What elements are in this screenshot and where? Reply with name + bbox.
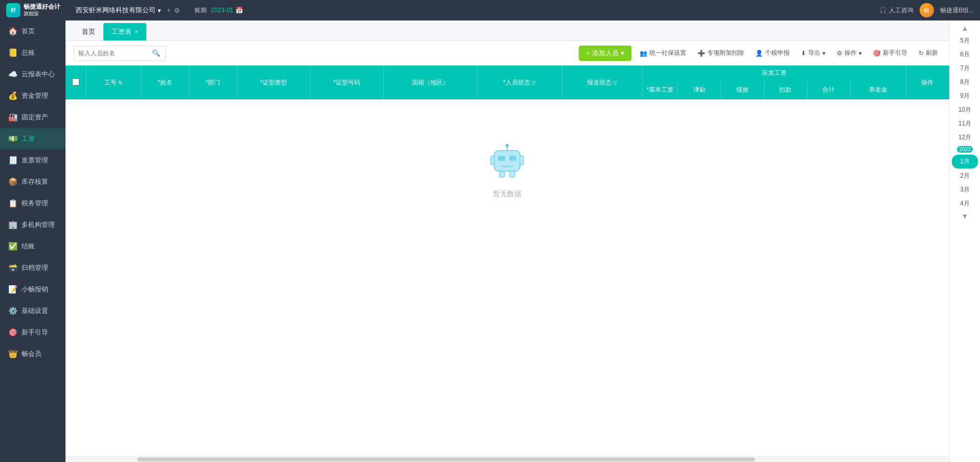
- empty-row: 暂无数据: [66, 99, 949, 240]
- tax-icon: 👤: [755, 50, 763, 57]
- filter-icon-report[interactable]: ▽: [613, 80, 617, 86]
- sidebar-item-资金管理[interactable]: 💰 资金管理: [0, 85, 66, 107]
- month-3[interactable]: 3月: [950, 183, 980, 197]
- tab-home[interactable]: 首页: [74, 23, 103, 40]
- help-button[interactable]: 🎧 人工咨询: [879, 6, 913, 15]
- social-security-btn[interactable]: 👥 统一社保设置: [637, 47, 689, 59]
- sidebar-item-发票管理[interactable]: 🧾 发票管理: [0, 150, 66, 171]
- sidebar-icon-8: 📋: [8, 199, 17, 208]
- month-1[interactable]: 1月: [952, 155, 978, 169]
- sidebar-icon-9: 🏢: [8, 220, 17, 229]
- th-dept: *部门: [189, 66, 237, 99]
- month-6[interactable]: 6月: [950, 48, 980, 61]
- empty-state: 暂无数据: [66, 99, 949, 240]
- sort-icon: ⇅: [118, 80, 122, 86]
- refresh-btn[interactable]: ↻ 刷新: [916, 47, 941, 59]
- app-name: 畅捷通好会计: [24, 3, 60, 10]
- filter-icon-status[interactable]: ▽: [532, 80, 536, 86]
- tab-payroll-label: 工资表: [112, 27, 132, 36]
- sidebar-icon-15: 👑: [8, 349, 17, 359]
- calendar-icon: 📅: [235, 7, 243, 14]
- table-wrap: 工号 ⇅ *姓名 *部门 *证型类型 *证型号码 国籍（地区） *人员状态 ▽: [66, 66, 949, 456]
- month-10[interactable]: 10月: [950, 103, 980, 117]
- right-month-panel: ▲ 5月 6月 7月 8月 9月 10月 11月 12月 2023 1月 2月 …: [949, 20, 980, 462]
- sidebar-item-首页[interactable]: 🏠 首页: [0, 20, 66, 42]
- month-4[interactable]: 4月: [950, 197, 980, 211]
- sidebar-item-税务管理[interactable]: 📋 税务管理: [0, 193, 66, 214]
- special-deduction-btn[interactable]: ➕ 专项附加扣除: [694, 47, 747, 59]
- sidebar-icon-3: 💰: [8, 91, 17, 100]
- tabs-bar: 首页 工资表 ×: [66, 20, 949, 41]
- sidebar-item-基础设置[interactable]: ⚙️ 基础设置: [0, 300, 66, 322]
- search-icon: 🔍: [152, 49, 160, 57]
- th-total: 合计: [807, 80, 850, 99]
- sidebar-label-7: 库存核算: [21, 177, 48, 186]
- th-employee-id: 工号 ⇅: [86, 66, 141, 99]
- scrollbar-area[interactable]: [66, 456, 949, 462]
- add-company-icon[interactable]: ＋: [165, 6, 172, 15]
- sidebar-item-畅会员[interactable]: 👑 畅会员: [0, 343, 66, 365]
- sidebar-icon-4: 🏭: [8, 113, 17, 122]
- content-area: 首页 工资表 × 🔍 + 添加人员 ▾ 👥 统一社保设置: [66, 20, 949, 462]
- month-8[interactable]: 8月: [950, 75, 980, 89]
- empty-text: 暂无数据: [493, 190, 521, 199]
- sidebar-item-库存核算[interactable]: 📦 库存核算: [0, 171, 66, 193]
- month-2[interactable]: 2月: [950, 169, 980, 183]
- scrollbar-thumb: [137, 457, 755, 461]
- tab-payroll[interactable]: 工资表 ×: [103, 23, 146, 40]
- th-report-status: 报送状态 ▽: [562, 66, 642, 99]
- period-value[interactable]: 2023-01 📅: [211, 7, 243, 14]
- sidebar-label-0: 首页: [21, 27, 35, 36]
- th-checkbox: [66, 66, 86, 99]
- month-nav-up[interactable]: ▲: [950, 23, 980, 34]
- sidebar-icon-12: 📝: [8, 285, 17, 294]
- svg-rect-2: [509, 156, 516, 161]
- sidebar-item-小畅报销[interactable]: 📝 小畅报销: [0, 279, 66, 300]
- user-avatar[interactable]: 畅: [920, 3, 934, 17]
- svg-point-5: [506, 144, 509, 147]
- th-base-salary: *基本工资: [642, 80, 678, 99]
- export-btn[interactable]: ⬇ 导出 ▾: [798, 47, 829, 59]
- sidebar-label-9: 多机构管理: [21, 220, 55, 229]
- add-employee-button[interactable]: + 添加人员 ▾: [579, 46, 631, 61]
- sidebar-item-固定资产[interactable]: 🏭 固定资产: [0, 107, 66, 128]
- sidebar-item-多机构管理[interactable]: 🏢 多机构管理: [0, 214, 66, 236]
- sidebar-label-8: 税务管理: [21, 199, 48, 208]
- export-dropdown-icon: ▾: [822, 50, 825, 57]
- logo-icon: 好: [6, 3, 20, 17]
- th-salary-group: 应发工资: [642, 66, 906, 80]
- month-7[interactable]: 7月: [950, 61, 980, 75]
- svg-rect-8: [499, 171, 505, 177]
- svg-rect-0: [494, 151, 520, 171]
- sidebar-label-4: 固定资产: [21, 113, 48, 122]
- company-name: 西安虾米网络科技有限公司: [76, 6, 156, 15]
- select-all-checkbox[interactable]: [72, 78, 79, 86]
- sidebar-item-总账[interactable]: 📒 总账: [0, 42, 66, 64]
- settings-icon[interactable]: ⚙: [174, 7, 180, 14]
- top-bar-right: 🎧 人工咨询 畅 畅捷通B组...: [879, 3, 974, 17]
- month-nav-down[interactable]: ▼: [950, 211, 980, 222]
- svg-rect-9: [510, 171, 515, 177]
- guide-btn[interactable]: 🎯 新手引导: [870, 47, 910, 59]
- sidebar-label-2: 云报表中心: [21, 70, 55, 79]
- deduction-icon: ➕: [698, 50, 705, 57]
- add-icon: +: [586, 49, 590, 57]
- company-selector[interactable]: 西安虾米网络科技有限公司 ▾ ＋ ⚙: [72, 4, 184, 17]
- sidebar-item-归档管理[interactable]: 🗃️ 归档管理: [0, 257, 66, 279]
- month-9[interactable]: 9月: [950, 89, 980, 103]
- operations-btn[interactable]: ⚙ 操作 ▾: [834, 47, 865, 59]
- tab-close-button[interactable]: ×: [135, 28, 138, 35]
- month-11[interactable]: 11月: [950, 117, 980, 131]
- toolbar-right: + 添加人员 ▾ 👥 统一社保设置 ➕ 专项附加扣除 👤 个税申报 ⬇: [579, 46, 941, 61]
- sidebar-item-云报表中心[interactable]: ☁️ 云报表中心: [0, 64, 66, 85]
- app-logo: 好 畅捷通好会计 旗舰版: [6, 3, 68, 17]
- export-icon: ⬇: [801, 50, 806, 57]
- sidebar-item-结账[interactable]: ✅ 结账: [0, 236, 66, 257]
- sidebar-item-工资[interactable]: 💵 工资: [0, 128, 66, 150]
- tax-report-btn[interactable]: 👤 个税申报: [752, 47, 793, 59]
- month-12[interactable]: 12月: [950, 131, 980, 144]
- year-badge: 2023: [957, 146, 972, 153]
- search-input[interactable]: [78, 50, 150, 57]
- month-5[interactable]: 5月: [950, 34, 980, 48]
- sidebar-item-新手引导[interactable]: 🎯 新手引导: [0, 322, 66, 343]
